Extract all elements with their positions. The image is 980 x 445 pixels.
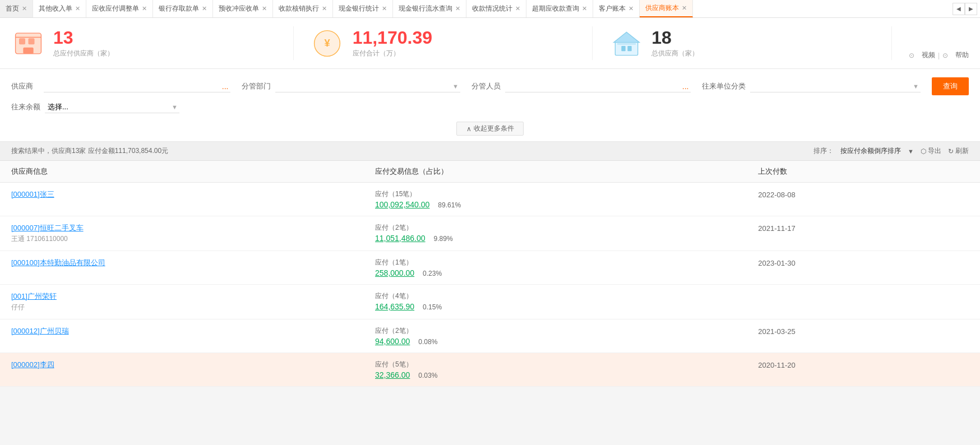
- close-icon[interactable]: ✕: [142, 5, 147, 12]
- video-link[interactable]: 视频: [922, 50, 935, 60]
- main-table: 供应商信息 应付交易信息（占比） 上次付数 [000001]张三 应付（15笔）…: [0, 161, 980, 387]
- cell-supplier-3: [001]广州荣轩 仔仔: [11, 291, 375, 312]
- supplier-link-2[interactable]: [000100]本特勤油品有限公司: [11, 258, 105, 267]
- cell-supplier-1: [000007]恒旺二手叉车 王通 17106110000: [11, 223, 375, 244]
- svg-rect-7: [615, 40, 637, 55]
- close-icon[interactable]: ✕: [455, 5, 460, 12]
- tx-amount-5[interactable]: 32,366.00: [375, 370, 410, 379]
- tx-label-1: 应付（2笔）: [375, 223, 758, 233]
- supplier-dots-icon[interactable]: ...: [222, 82, 229, 91]
- svg-rect-2: [28, 38, 34, 44]
- tx-amount-0[interactable]: 100,092,540.00: [375, 200, 429, 209]
- tx-amount-2[interactable]: 258,000.00: [375, 268, 414, 277]
- results-actions: 排序： 按应付余额倒序排序 ▼ ⬡ 导出 ↻ 刷新: [813, 146, 969, 156]
- col-last-payment-header: 上次付数: [758, 166, 969, 177]
- table-row: [000100]本特勤油品有限公司 应付（1笔） 258,000.00 0.23…: [0, 251, 980, 285]
- supplier-icon: [11, 26, 45, 60]
- tx-label-5: 应付（5笔）: [375, 360, 758, 369]
- balance-label: 往来余额: [11, 102, 40, 112]
- cell-last-payment-2: 2023-01-30: [758, 258, 969, 267]
- tab-home[interactable]: 首页 ✕: [0, 0, 33, 17]
- table-row: [000012]广州贝瑞 应付（2笔） 94,600.00 0.08% 2021…: [0, 319, 980, 353]
- cell-transaction-4: 应付（2笔） 94,600.00 0.08%: [375, 326, 758, 346]
- tab-receipt-stats[interactable]: 收款情况统计 ✕: [466, 0, 526, 17]
- tab-prepay-offset[interactable]: 预收冲应收单 ✕: [213, 0, 273, 17]
- category-select[interactable]: [750, 80, 921, 92]
- stat-payable-amount-number: 11,170.39: [353, 29, 432, 47]
- sort-value[interactable]: 按应付余额倒序排序: [840, 146, 901, 156]
- tab-cash-bank-stats[interactable]: 现金银行统计 ✕: [333, 0, 393, 17]
- dept-field: 分管部门 ▼: [242, 80, 461, 92]
- refresh-button[interactable]: ↻ 刷新: [948, 146, 969, 156]
- table-header: 供应商信息 应付交易信息（占比） 上次付数: [0, 161, 980, 183]
- tx-percent-2: 0.23%: [423, 270, 442, 277]
- cell-supplier-2: [000100]本特勤油品有限公司: [11, 258, 375, 268]
- tx-percent-3: 0.15%: [423, 303, 442, 311]
- sort-label: 排序：: [813, 146, 834, 156]
- close-icon[interactable]: ✕: [382, 5, 387, 12]
- supplier-link-0[interactable]: [000001]张三: [11, 190, 54, 198]
- tx-amount-4[interactable]: 94,600.00: [375, 337, 410, 346]
- supplier-input-wrap: ...: [44, 80, 230, 92]
- help-link[interactable]: 帮助: [955, 50, 969, 60]
- supplier-link-3[interactable]: [001]广州荣轩: [11, 292, 57, 300]
- supplier-label: 供应商: [11, 81, 39, 91]
- chevron-up-icon: ∧: [466, 125, 471, 133]
- supplier-link-4[interactable]: [000012]广州贝瑞: [11, 327, 69, 335]
- person-field: 分管人员 ...: [471, 80, 691, 92]
- col-transaction-header: 应付交易信息（占比）: [375, 166, 758, 177]
- nav-prev-button[interactable]: ◀: [953, 3, 965, 15]
- tab-supplier-ledger[interactable]: 供应商账本 ✕: [640, 0, 693, 17]
- tab-customer-ledger[interactable]: 客户账本 ✕: [593, 0, 640, 17]
- stat-payable-suppliers-label: 总应付供应商（家）: [53, 49, 114, 58]
- close-icon[interactable]: ✕: [262, 5, 267, 12]
- supplier-input[interactable]: [44, 80, 230, 92]
- person-input[interactable]: [505, 80, 691, 92]
- close-icon[interactable]: ✕: [202, 5, 207, 12]
- cell-last-payment-4: 2021-03-25: [758, 326, 969, 336]
- close-icon[interactable]: ✕: [22, 5, 27, 12]
- stat-total-suppliers-number: 18: [651, 29, 699, 47]
- stat-payable-suppliers-content: 13 总应付供应商（家）: [53, 29, 114, 58]
- tx-label-2: 应付（1笔）: [375, 258, 758, 267]
- close-icon[interactable]: ✕: [75, 5, 80, 12]
- table-row: [000001]张三 应付（15笔） 100,092,540.00 89.61%…: [0, 183, 980, 216]
- person-dots-icon[interactable]: ...: [682, 82, 689, 91]
- tab-bank-deposit[interactable]: 银行存取款单 ✕: [153, 0, 213, 17]
- category-label: 往来单位分类: [702, 81, 746, 91]
- tx-label-4: 应付（2笔）: [375, 326, 758, 336]
- export-button[interactable]: ⬡ 导出: [921, 146, 941, 156]
- close-icon[interactable]: ✕: [628, 5, 634, 12]
- balance-select[interactable]: 选择...: [45, 101, 179, 113]
- tab-overdue-ar-query[interactable]: 超期应收款查询 ✕: [526, 0, 593, 17]
- tab-ar-ap-adjust[interactable]: 应收应付调整单 ✕: [86, 0, 153, 17]
- tx-percent-1: 9.89%: [434, 235, 453, 243]
- query-button[interactable]: 查询: [932, 77, 969, 95]
- supplier-field: 供应商 ...: [11, 80, 230, 92]
- refresh-icon: ↻: [948, 147, 954, 155]
- dept-select-wrap: ▼: [275, 80, 461, 92]
- tab-cash-flow-query[interactable]: 现金银行流水查询 ✕: [393, 0, 466, 17]
- category-select-wrap: ▼: [750, 80, 921, 92]
- tab-other-income[interactable]: 其他收入单 ✕: [33, 0, 86, 17]
- search-row-2: 往来余额 选择... ▼: [11, 101, 179, 113]
- supplier-link-5[interactable]: [000002]李四: [11, 360, 54, 369]
- search-area: 供应商 ... 分管部门 ▼ 分管人员 ... 往来单位分类: [0, 69, 980, 142]
- close-icon[interactable]: ✕: [582, 5, 587, 12]
- close-icon[interactable]: ✕: [682, 4, 687, 12]
- stat-total-suppliers-content: 18 总供应商（家）: [651, 29, 699, 58]
- stat-payable-amount: ¥ 11,170.39 应付合计（万）: [311, 26, 593, 60]
- dept-select[interactable]: [275, 80, 461, 92]
- close-icon[interactable]: ✕: [322, 5, 327, 12]
- tx-amount-1[interactable]: 11,051,486.00: [375, 234, 426, 243]
- tab-payment-verify[interactable]: 收款核销执行 ✕: [273, 0, 333, 17]
- tx-percent-5: 0.03%: [418, 372, 437, 379]
- chevron-down-sort-icon[interactable]: ▼: [908, 148, 914, 155]
- nav-next-button[interactable]: ▶: [965, 3, 977, 15]
- close-icon[interactable]: ✕: [515, 5, 520, 12]
- supplier-link-1[interactable]: [000007]恒旺二手叉车: [11, 224, 84, 232]
- tx-percent-0: 89.61%: [438, 201, 461, 209]
- collapse-button[interactable]: ∧ 收起更多条件: [456, 122, 524, 136]
- tx-amount-3[interactable]: 164,635.90: [375, 302, 414, 311]
- svg-rect-11: [617, 43, 636, 44]
